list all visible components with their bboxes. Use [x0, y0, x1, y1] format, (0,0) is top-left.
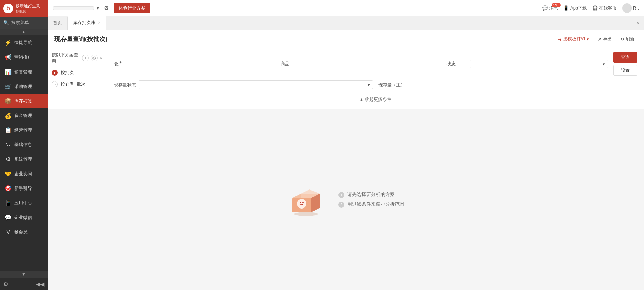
tab-panel-close-btn[interactable]: ×	[631, 20, 644, 26]
warehouse-label: 仓库	[114, 61, 134, 67]
warehouse-input[interactable]	[137, 60, 265, 68]
finance-icon: 💰	[5, 112, 12, 119]
sidebar-item-basic-info[interactable]: 🗂 基础信息	[0, 138, 48, 152]
stock-qty-label: 现存量（主）	[378, 82, 405, 88]
empty-box-svg	[287, 183, 325, 217]
print-dropdown-icon[interactable]: ▾	[587, 37, 589, 42]
topbar-settings-btn[interactable]: ⚙	[102, 3, 111, 13]
headset-icon: 🎧	[592, 5, 598, 11]
sidebar-header: b 畅康通好生意 标准版	[0, 0, 48, 17]
filter-action-btns: 查询 设置	[613, 52, 637, 76]
add-scheme-btn[interactable]: +	[82, 55, 89, 61]
chevron-down-icon-2: ▾	[368, 82, 370, 87]
sidebar-item-inventory[interactable]: 📦 库存核算	[0, 94, 48, 108]
stock-status-select[interactable]: ▾	[139, 80, 373, 89]
scheme-dot-batch: ●	[52, 70, 58, 76]
sidebar-item-vip[interactable]: V 畅会员	[0, 225, 48, 239]
warehouse-field: 仓库 ···	[114, 60, 275, 68]
trial-btn[interactable]: 体验行业方案	[114, 3, 150, 13]
page-header: 现存量查询(按批次) 🖨 按模板打印 ▾ ↗ 导出 ↺ 刷新	[48, 30, 644, 47]
sidebar-item-sales[interactable]: 📊 销售管理	[0, 65, 48, 79]
sidebar-item-purchase[interactable]: 🛒 采购管理	[0, 79, 48, 94]
sidebar-item-quick-nav[interactable]: ⚡ 快捷导航	[0, 35, 48, 50]
settings-btn[interactable]: 设置	[613, 65, 637, 76]
filter-row-1: 仓库 ··· 商品 ··· 状态 ▾	[114, 52, 637, 76]
tab-home[interactable]: 首页	[48, 17, 68, 30]
print-icon: 🖨	[557, 37, 562, 42]
customer-service-btn[interactable]: 🎧 在线客服	[592, 5, 617, 11]
basic-info-icon: 🗂	[5, 142, 12, 148]
user-menu[interactable]: Rit	[622, 3, 639, 13]
topbar-dropdown-btn[interactable]: ▾	[97, 5, 99, 11]
sidebar-item-newbie[interactable]: 🎯 新手引导	[0, 181, 48, 196]
export-icon: ↗	[598, 37, 601, 42]
export-btn[interactable]: ↗ 导出	[595, 35, 614, 43]
svg-point-5	[297, 199, 306, 209]
tabs-bar: 首页 库存批次账 × ×	[48, 16, 644, 30]
scheme-settings-btn[interactable]: ⚙	[91, 55, 98, 61]
topbar-right: 💬 消息 99+ 📱 App下载 🎧 在线客服 Rit	[542, 3, 639, 13]
enterprise-icon: 🤝	[5, 170, 12, 177]
scheme-header: 按以下方案查询 + ⚙ «	[48, 51, 107, 67]
svg-point-6	[300, 202, 301, 203]
warehouse-dots-btn[interactable]: ···	[268, 61, 275, 67]
product-label: 商品	[281, 61, 301, 67]
sidebar-item-app-center[interactable]: 📱 应用中心	[0, 196, 48, 210]
hint-num-1: 1	[338, 192, 344, 198]
scheme-dot-warehouse-batch: ○	[52, 81, 58, 87]
sidebar-item-operations[interactable]: 📋 经营管理	[0, 123, 48, 138]
tab-close-btn[interactable]: ×	[98, 20, 100, 25]
scheme-collapse-btn[interactable]: «	[100, 55, 103, 61]
sidebar-collapse-icon[interactable]: ◀◀	[36, 281, 44, 287]
sidebar: b 畅康通好生意 标准版 🔍 搜索菜单 ▲ ⚡ 快捷导航 📢 营销推广 📊 销售…	[0, 0, 48, 290]
svg-point-0	[294, 212, 318, 216]
quick-nav-icon: ⚡	[5, 39, 12, 46]
hint-item-2: 2 用过滤条件来缩小分析范围	[338, 201, 404, 208]
messages-btn[interactable]: 💬 消息 99+	[542, 5, 558, 11]
product-input[interactable]	[304, 60, 431, 68]
app-center-icon: 📱	[5, 200, 12, 206]
page-actions: 🖨 按模板打印 ▾ ↗ 导出 ↺ 刷新	[555, 35, 637, 43]
sidebar-item-enterprise[interactable]: 🤝 企业协同	[0, 166, 48, 181]
empty-illustration	[287, 183, 328, 217]
sidebar-item-finance[interactable]: 💰 资金管理	[0, 108, 48, 123]
filter-row-2: 现存量状态 ▾ 现存量（主） —	[114, 80, 637, 89]
scroll-up-btn[interactable]: ▲	[0, 29, 48, 35]
chevron-down-icon: ▾	[603, 61, 605, 67]
product-field: 商品 ···	[281, 60, 442, 68]
app-download-btn[interactable]: 📱 App下载	[563, 5, 587, 11]
filter-panel: 按以下方案查询 + ⚙ « ● 按批次 ○ 按仓库+批次	[48, 47, 644, 109]
product-dots-btn[interactable]: ···	[434, 61, 441, 67]
sidebar-item-system[interactable]: ⚙ 系统管理	[0, 152, 48, 166]
stock-qty-from-input[interactable]	[408, 81, 516, 89]
page-content: 现存量查询(按批次) 🖨 按模板打印 ▾ ↗ 导出 ↺ 刷新	[48, 30, 644, 290]
newbie-icon: 🎯	[5, 185, 12, 192]
scroll-down-btn[interactable]: ▼	[0, 271, 48, 278]
scheme-icons: + ⚙ «	[82, 55, 103, 61]
sidebar-item-marketing[interactable]: 📢 营销推广	[0, 50, 48, 65]
scheme-item-warehouse-batch[interactable]: ○ 按仓库+批次	[48, 78, 107, 90]
user-avatar	[622, 3, 632, 13]
settings-icon[interactable]: ⚙	[3, 281, 8, 287]
sales-icon: 📊	[5, 69, 12, 75]
refresh-btn[interactable]: ↺ 刷新	[618, 35, 637, 43]
stock-qty-to-input[interactable]	[529, 81, 637, 89]
message-icon: 💬	[542, 5, 548, 11]
status-select[interactable]: ▾	[470, 60, 608, 68]
operations-icon: 📋	[5, 127, 12, 133]
page-title: 现存量查询(按批次)	[54, 35, 107, 43]
tab-batch-account[interactable]: 库存批次账 ×	[68, 16, 106, 30]
hint-item-1: 1 请先选择要分析的方案	[338, 192, 404, 198]
qty-separator: —	[519, 82, 526, 87]
search-menu[interactable]: 🔍 搜索菜单	[0, 17, 48, 29]
scheme-item-batch[interactable]: ● 按批次	[48, 67, 107, 78]
collapse-filter-btn[interactable]: ▲ 收起更多条件	[114, 94, 637, 104]
query-btn[interactable]: 查询	[613, 52, 637, 63]
sidebar-item-enterprise-wx[interactable]: 💬 企业微信	[0, 210, 48, 225]
user-name: Rit	[633, 5, 639, 11]
topbar-left: ▾ ⚙ 体验行业方案	[53, 3, 538, 13]
search-icon: 🔍	[3, 20, 9, 25]
topbar-search	[53, 6, 94, 10]
hint-num-2: 2	[338, 202, 344, 208]
print-btn[interactable]: 🖨 按模板打印 ▾	[555, 35, 592, 43]
